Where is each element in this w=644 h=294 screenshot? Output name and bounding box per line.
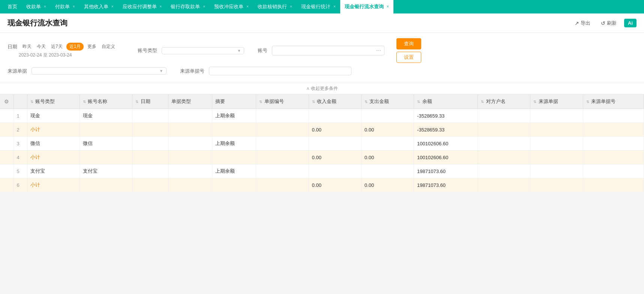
source-doc-num-group: 来源单据号: [180, 67, 351, 75]
date-label: 日期: [8, 43, 17, 50]
col-income[interactable]: ⇅ 收入金额: [309, 94, 361, 109]
date-today-btn[interactable]: 今天: [35, 43, 47, 51]
sort-balance-icon: ⇅: [417, 100, 420, 104]
table-cell: [530, 137, 583, 151]
nav-collect-exec-close[interactable]: ×: [290, 0, 292, 13]
nav-receipt[interactable]: 收款单 ×: [22, 0, 51, 13]
date-yesterday-btn[interactable]: 昨天: [21, 43, 33, 51]
nav-home[interactable]: 首页: [3, 0, 22, 13]
filter-row-2: 来源单据 ▼ 来源单据号: [8, 67, 636, 75]
date-7days-btn[interactable]: 近7天: [50, 43, 64, 51]
col-account-name[interactable]: ⇅ 账号名称: [80, 94, 132, 109]
nav-other-income[interactable]: 其他收入单 ×: [80, 0, 118, 13]
table-cell: [132, 151, 168, 164]
account-type-label: 账号类型: [138, 47, 157, 54]
col-source-doc[interactable]: ⇅ 来源单据: [530, 94, 583, 109]
nav-bank-deposit[interactable]: 银行存取款单 ×: [166, 0, 210, 13]
col-expense-label: 支出金额: [369, 98, 389, 104]
sort-source-doc-icon: ⇅: [533, 100, 536, 104]
table-cell: [530, 151, 583, 164]
collapse-bar[interactable]: ∧ 收起更多条件: [0, 83, 644, 94]
nav-cash-bank-stat[interactable]: 现金银行统计 ×: [297, 0, 340, 13]
nav-collect-exec[interactable]: 收款核销执行 ×: [253, 0, 297, 13]
col-expense[interactable]: ⇅ 支出金额: [361, 94, 414, 109]
date-more-btn[interactable]: 更多: [86, 43, 98, 51]
page-title: 现金银行流水查询: [8, 18, 68, 28]
nav-cash-bank-flow[interactable]: 现金银行流水查询 ×: [340, 0, 393, 13]
table-cell: [0, 151, 14, 164]
table-cell: [256, 151, 309, 164]
nav-prepay-close[interactable]: ×: [246, 0, 249, 13]
gear-icon[interactable]: ⚙: [4, 98, 9, 104]
account-type-select[interactable]: ▼: [162, 47, 244, 54]
source-doc-select[interactable]: ▼: [32, 67, 167, 75]
table-cell: [309, 109, 361, 123]
table-cell: [168, 123, 212, 137]
export-button[interactable]: ↗ 导出: [572, 18, 593, 28]
col-account-type-label: 账号类型: [35, 98, 55, 104]
table-cell: 上期余额: [212, 164, 256, 178]
nav-cash-bank-flow-close[interactable]: ×: [387, 0, 389, 13]
date-custom-btn[interactable]: 自定义: [100, 43, 117, 51]
col-source-doc-num[interactable]: ⇅ 来源单据号: [583, 94, 644, 109]
date-range-display: 2023-02-24 至 2023-03-24: [19, 52, 72, 58]
sort-date-icon: ⇅: [135, 100, 138, 104]
col-counterparty[interactable]: ⇅ 对方户名: [478, 94, 530, 109]
table-cell: 3: [14, 137, 27, 151]
table-cell: 2: [14, 123, 27, 137]
table-header-row: ⚙ ⇅ 账号类型 ⇅ 账号名称 ⇅ 日期 单据类型: [0, 94, 644, 109]
nav-bank-deposit-close[interactable]: ×: [203, 0, 205, 13]
nav-prepay[interactable]: 预收冲应收单 ×: [210, 0, 253, 13]
col-doc-number[interactable]: ⇅ 单据编号: [256, 94, 309, 109]
ai-button[interactable]: Ai: [624, 19, 636, 27]
source-doc-num-field[interactable]: [212, 68, 348, 74]
account-input[interactable]: ···: [272, 46, 384, 55]
export-label: 导出: [581, 20, 590, 27]
table-row: 5支付宝支付宝上期余额19871073.60: [0, 164, 644, 178]
table-cell: [309, 164, 361, 178]
settings-button[interactable]: 设置: [396, 52, 421, 63]
export-icon: ↗: [575, 20, 579, 26]
table-cell: [212, 123, 256, 137]
table-cell: 支付宝: [80, 164, 132, 178]
sort-account-type-icon: ⇅: [30, 100, 33, 104]
table-cell: [168, 137, 212, 151]
table-cell: 上期余额: [212, 137, 256, 151]
col-date[interactable]: ⇅ 日期: [132, 94, 168, 109]
nav-cash-bank-stat-close[interactable]: ×: [333, 0, 336, 13]
account-ellipsis-icon[interactable]: ···: [376, 47, 381, 54]
table-cell: [132, 164, 168, 178]
table-cell: 6: [14, 178, 27, 192]
table-cell: 微信: [27, 137, 80, 151]
query-button[interactable]: 查询: [396, 38, 421, 49]
col-account-type[interactable]: ⇅ 账号类型: [27, 94, 80, 109]
nav-payment-close[interactable]: ×: [73, 0, 75, 13]
table-cell: 小计: [27, 151, 80, 164]
table-cell: 19871073.60: [414, 164, 478, 178]
col-num: [14, 94, 27, 109]
nav-adjustment-close[interactable]: ×: [160, 0, 162, 13]
table-cell: [256, 109, 309, 123]
refresh-label: 刷新: [607, 20, 617, 27]
col-date-label: 日期: [141, 98, 150, 104]
nav-receipt-close[interactable]: ×: [44, 0, 46, 13]
table-cell: [256, 178, 309, 192]
table-cell: -3528659.33: [414, 109, 478, 123]
table-cell: [212, 151, 256, 164]
nav-other-income-close[interactable]: ×: [111, 0, 114, 13]
nav-payment[interactable]: 付款单 ×: [51, 0, 80, 13]
table-cell: [361, 109, 414, 123]
refresh-icon: ↺: [601, 20, 605, 26]
table-cell: 4: [14, 151, 27, 164]
table-cell: [132, 109, 168, 123]
table-cell: [0, 109, 14, 123]
nav-adjustment[interactable]: 应收应付调整单 ×: [118, 0, 167, 13]
sort-expense-icon: ⇅: [365, 100, 368, 104]
nav-prepay-label: 预收冲应收单: [214, 0, 243, 13]
col-balance[interactable]: ⇅ 余额: [414, 94, 478, 109]
table-cell: 微信: [80, 137, 132, 151]
refresh-button[interactable]: ↺ 刷新: [598, 18, 620, 28]
date-1month-btn[interactable]: 近1月: [66, 43, 84, 51]
source-doc-num-input[interactable]: [209, 67, 351, 75]
table-cell: [478, 109, 530, 123]
